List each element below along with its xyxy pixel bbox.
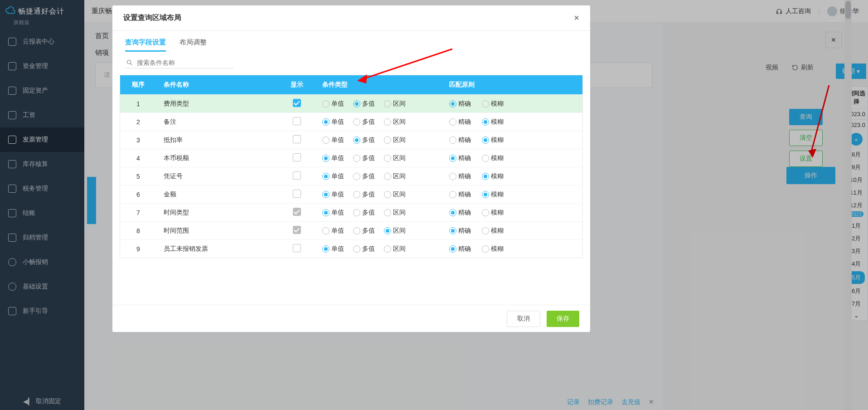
cell-name: 时间类型 bbox=[156, 209, 279, 217]
modal-title: 设置查询区域布局 bbox=[123, 13, 181, 23]
cell-name: 备注 bbox=[156, 118, 279, 126]
radio-match-exact[interactable]: 精确 bbox=[449, 100, 471, 108]
table-header: 顺序 条件名称 显示 条件类型 匹配原则 bbox=[120, 75, 582, 94]
table-row: 1费用类型单值多值区间精确模糊 bbox=[120, 94, 582, 112]
cell-order: 3 bbox=[120, 137, 156, 144]
cell-name: 凭证号 bbox=[156, 172, 279, 181]
col-type: 条件类型 bbox=[315, 81, 442, 89]
cell-name: 费用类型 bbox=[156, 100, 279, 108]
table-row: 6金额单值多值区间精确模糊 bbox=[120, 185, 582, 203]
radio-match-exact[interactable]: 精确 bbox=[449, 190, 471, 199]
conditions-table: 顺序 条件名称 显示 条件类型 匹配原则 1费用类型单值多值区间精确模糊2备注单… bbox=[120, 75, 583, 258]
tab-layout[interactable]: 布局调整 bbox=[179, 38, 207, 52]
radio-match-exact[interactable]: 精确 bbox=[449, 209, 471, 217]
cell-name: 金额 bbox=[156, 190, 279, 199]
radio-match-fuzzy[interactable]: 模糊 bbox=[482, 172, 504, 181]
radio-match-fuzzy[interactable]: 模糊 bbox=[482, 136, 504, 144]
radio-type-range[interactable]: 区间 bbox=[384, 136, 406, 144]
show-checkbox[interactable] bbox=[293, 153, 301, 161]
radio-match-fuzzy[interactable]: 模糊 bbox=[482, 190, 504, 199]
table-row: 3抵扣率单值多值区间精确模糊 bbox=[120, 131, 582, 149]
show-checkbox[interactable] bbox=[293, 117, 301, 125]
radio-match-exact[interactable]: 精确 bbox=[449, 227, 471, 235]
radio-type-single[interactable]: 单值 bbox=[322, 100, 344, 108]
col-name: 条件名称 bbox=[156, 81, 279, 89]
cell-order: 7 bbox=[120, 209, 156, 216]
col-show: 显示 bbox=[279, 81, 315, 89]
radio-type-range[interactable]: 区间 bbox=[384, 209, 406, 217]
svg-line-3 bbox=[131, 63, 132, 65]
radio-type-single[interactable]: 单值 bbox=[322, 154, 344, 162]
show-checkbox[interactable] bbox=[293, 99, 301, 107]
cell-order: 9 bbox=[120, 245, 156, 253]
radio-type-multi[interactable]: 多值 bbox=[353, 190, 375, 199]
cell-name: 本币税额 bbox=[156, 154, 279, 162]
table-row: 8时间范围单值多值区间精确模糊 bbox=[120, 221, 582, 239]
cell-order: 2 bbox=[120, 118, 156, 126]
radio-match-fuzzy[interactable]: 模糊 bbox=[482, 209, 504, 217]
col-match: 匹配原则 bbox=[442, 81, 582, 89]
radio-match-exact[interactable]: 精确 bbox=[449, 118, 471, 126]
radio-match-fuzzy[interactable]: 模糊 bbox=[482, 227, 504, 235]
cell-order: 6 bbox=[120, 191, 156, 198]
radio-type-multi[interactable]: 多值 bbox=[353, 209, 375, 217]
radio-type-single[interactable]: 单值 bbox=[322, 118, 344, 126]
modal-close-button[interactable]: × bbox=[574, 13, 579, 23]
radio-type-range[interactable]: 区间 bbox=[384, 227, 406, 235]
radio-type-multi[interactable]: 多值 bbox=[353, 154, 375, 162]
radio-match-exact[interactable]: 精确 bbox=[449, 136, 471, 144]
show-checkbox[interactable] bbox=[293, 135, 301, 143]
save-button[interactable]: 保存 bbox=[547, 311, 579, 327]
search-input-wrap[interactable] bbox=[125, 57, 234, 68]
cell-order: 4 bbox=[120, 155, 156, 162]
tab-query-fields[interactable]: 查询字段设置 bbox=[125, 38, 166, 52]
radio-type-single[interactable]: 单值 bbox=[322, 190, 344, 199]
radio-type-single[interactable]: 单值 bbox=[322, 136, 344, 144]
radio-type-single[interactable]: 单值 bbox=[322, 209, 344, 217]
radio-match-fuzzy[interactable]: 模糊 bbox=[482, 245, 504, 253]
cell-order: 8 bbox=[120, 227, 156, 234]
radio-type-range[interactable]: 区间 bbox=[384, 245, 406, 253]
table-row: 7时间类型单值多值区间精确模糊 bbox=[120, 203, 582, 221]
show-checkbox bbox=[293, 208, 301, 216]
radio-type-range[interactable]: 区间 bbox=[384, 190, 406, 199]
radio-match-exact[interactable]: 精确 bbox=[449, 245, 471, 253]
table-row: 9员工未报销发票单值多值区间精确模糊 bbox=[120, 239, 582, 258]
cell-name: 抵扣率 bbox=[156, 136, 279, 144]
radio-type-range[interactable]: 区间 bbox=[384, 154, 406, 162]
radio-match-exact[interactable]: 精确 bbox=[449, 154, 471, 162]
radio-type-multi[interactable]: 多值 bbox=[353, 172, 375, 181]
show-checkbox[interactable] bbox=[293, 190, 301, 198]
cell-name: 员工未报销发票 bbox=[156, 245, 279, 253]
show-checkbox bbox=[293, 226, 301, 234]
cancel-button[interactable]: 取消 bbox=[507, 311, 540, 327]
cell-order: 1 bbox=[120, 100, 156, 107]
radio-match-fuzzy[interactable]: 模糊 bbox=[482, 154, 504, 162]
cell-name: 时间范围 bbox=[156, 227, 279, 235]
svg-point-2 bbox=[127, 60, 131, 64]
show-checkbox[interactable] bbox=[293, 244, 301, 252]
radio-match-fuzzy[interactable]: 模糊 bbox=[482, 100, 504, 108]
radio-match-exact[interactable]: 精确 bbox=[449, 172, 471, 181]
radio-match-fuzzy[interactable]: 模糊 bbox=[482, 118, 504, 126]
search-input[interactable] bbox=[137, 59, 233, 66]
radio-type-multi[interactable]: 多值 bbox=[353, 227, 375, 235]
radio-type-single[interactable]: 单值 bbox=[322, 227, 344, 235]
cell-order: 5 bbox=[120, 173, 156, 180]
radio-type-multi[interactable]: 多值 bbox=[353, 136, 375, 144]
radio-type-range[interactable]: 区间 bbox=[384, 118, 406, 126]
query-layout-modal: 设置查询区域布局 × 查询字段设置 布局调整 顺序 条件名称 显示 条件类型 匹… bbox=[112, 5, 590, 332]
col-order: 顺序 bbox=[120, 81, 156, 89]
search-icon bbox=[126, 59, 133, 66]
radio-type-range[interactable]: 区间 bbox=[384, 100, 406, 108]
radio-type-single[interactable]: 单值 bbox=[322, 172, 344, 181]
show-checkbox[interactable] bbox=[293, 171, 301, 180]
table-row: 4本币税额单值多值区间精确模糊 bbox=[120, 149, 582, 167]
radio-type-multi[interactable]: 多值 bbox=[353, 100, 375, 108]
table-row: 2备注单值多值区间精确模糊 bbox=[120, 112, 582, 131]
radio-type-single[interactable]: 单值 bbox=[322, 245, 344, 253]
radio-type-range[interactable]: 区间 bbox=[384, 172, 406, 181]
radio-type-multi[interactable]: 多值 bbox=[353, 118, 375, 126]
table-row: 5凭证号单值多值区间精确模糊 bbox=[120, 167, 582, 185]
radio-type-multi[interactable]: 多值 bbox=[353, 245, 375, 253]
